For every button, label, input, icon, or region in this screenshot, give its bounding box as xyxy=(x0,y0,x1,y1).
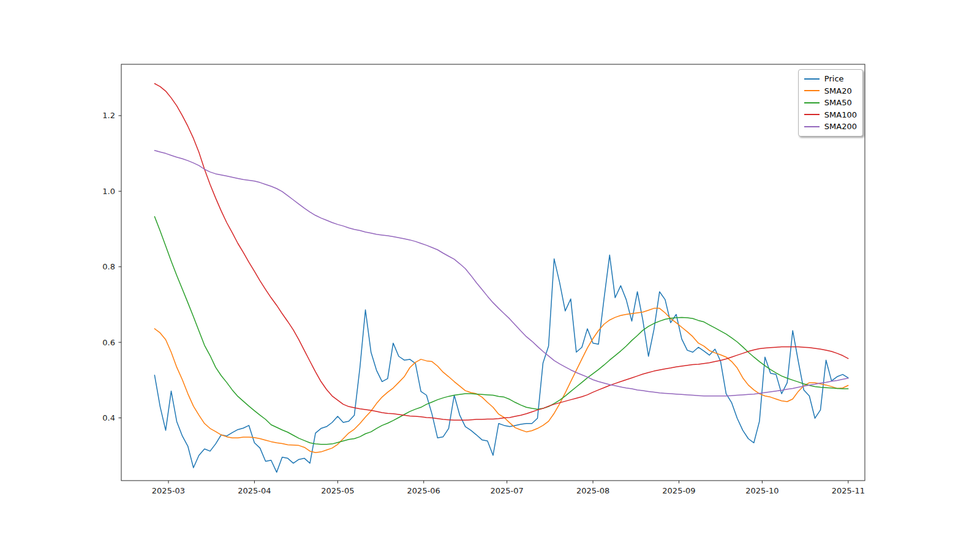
legend-line-swatch-price xyxy=(804,78,820,80)
chart-figure: 2025-032025-042025-052025-062025-072025-… xyxy=(0,0,980,551)
legend-line-swatch-sma20 xyxy=(804,90,820,91)
y-tick-label: 1.2 xyxy=(102,111,115,120)
legend-line-swatch-sma200 xyxy=(804,126,820,127)
legend-line-swatch-sma50 xyxy=(804,102,820,103)
legend-line-swatch-sma100 xyxy=(804,114,820,115)
y-tick-label: 1.0 xyxy=(102,187,115,196)
x-tick-label: 2025-11 xyxy=(832,486,865,495)
legend: PriceSMA20SMA50SMA100SMA200 xyxy=(798,69,863,137)
y-tick-label: 0.6 xyxy=(102,338,115,347)
legend-label: SMA200 xyxy=(824,122,857,131)
x-tick-label: 2025-10 xyxy=(745,486,778,495)
x-tick-label: 2025-05 xyxy=(321,486,354,495)
legend-item-sma200: SMA200 xyxy=(804,121,857,133)
legend-item-price: Price xyxy=(804,73,857,85)
x-tick-label: 2025-06 xyxy=(407,486,440,495)
x-tick-label: 2025-08 xyxy=(576,486,609,495)
legend-label: SMA20 xyxy=(824,86,852,96)
y-tick-label: 0.8 xyxy=(102,262,115,271)
x-tick-label: 2025-09 xyxy=(662,486,695,495)
plot-area-border xyxy=(121,64,865,481)
y-tick-label: 0.4 xyxy=(102,413,115,422)
x-tick-label: 2025-07 xyxy=(490,486,523,495)
x-tick-label: 2025-03 xyxy=(152,486,185,495)
legend-label: SMA100 xyxy=(824,110,857,119)
legend-item-sma50: SMA50 xyxy=(804,97,857,109)
legend-item-sma100: SMA100 xyxy=(804,109,857,121)
legend-label: SMA50 xyxy=(824,98,852,107)
x-tick-label: 2025-04 xyxy=(238,486,271,495)
legend-item-sma20: SMA20 xyxy=(804,85,857,97)
legend-label: Price xyxy=(824,74,844,83)
